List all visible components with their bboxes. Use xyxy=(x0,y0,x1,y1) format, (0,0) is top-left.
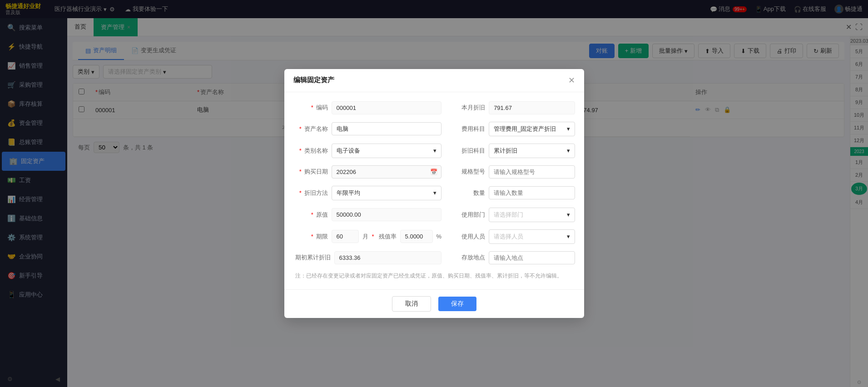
spec-input[interactable] xyxy=(489,165,575,179)
purchase-date-input[interactable] xyxy=(332,166,427,178)
period-input[interactable] xyxy=(332,230,359,243)
form-item-code: * 编码 xyxy=(295,101,442,114)
modal-body: * 编码 本月折旧 * 资产名称 xyxy=(284,92,584,289)
edit-asset-modal: 编辑固定资产 ✕ * 编码 本月折旧 xyxy=(284,69,584,318)
dept-select[interactable]: 请选择部门 ▾ xyxy=(489,208,575,222)
person-placeholder: 请选择人员 xyxy=(494,233,523,241)
dept-label: 使用部门 xyxy=(452,211,485,219)
purchase-date-label: * 购买日期 xyxy=(295,168,328,176)
location-label: 存放地点 xyxy=(452,253,485,262)
monthly-dep-input xyxy=(489,101,575,114)
modal-title: 编辑固定资产 xyxy=(293,76,334,84)
category-label: * 类别名称 xyxy=(295,147,328,155)
dept-placeholder: 请选择部门 xyxy=(494,211,523,219)
dep-method-select[interactable]: 年限平均 ▾ xyxy=(332,186,442,200)
dep-method-value: 年限平均 xyxy=(337,189,360,197)
asset-name-input[interactable] xyxy=(332,122,442,135)
calendar-icon[interactable]: 📅 xyxy=(427,169,441,175)
residual-rate-unit: % xyxy=(436,233,442,240)
quantity-input[interactable] xyxy=(489,186,575,199)
opening-dep-label: 期初累计折旧 xyxy=(295,253,331,262)
expense-account-select[interactable]: 管理费用_固定资产折旧 ▾ xyxy=(489,122,575,136)
expense-account-value: 管理费用_固定资产折旧 xyxy=(494,125,556,133)
dep-account-select[interactable]: 累计折旧 ▾ xyxy=(489,144,575,158)
chevron-down-icon: ▾ xyxy=(567,233,570,240)
original-value-input[interactable] xyxy=(332,208,442,221)
form-item-dept: 使用部门 请选择部门 ▾ xyxy=(452,208,575,222)
code-label: * 编码 xyxy=(295,104,328,112)
dep-account-value: 累计折旧 xyxy=(494,147,517,155)
chevron-down-icon: ▾ xyxy=(567,211,570,218)
period-unit-label: 月 xyxy=(362,233,368,241)
spec-label: 规格型号 xyxy=(452,168,485,176)
dep-account-label: 折旧科目 xyxy=(452,147,485,155)
form-item-original-value: * 原值 xyxy=(295,208,442,222)
monthly-dep-label: 本月折旧 xyxy=(452,104,485,112)
form-item-person: 使用人员 请选择人员 ▾ xyxy=(452,229,575,244)
form-item-dep-method: * 折旧方法 年限平均 ▾ xyxy=(295,186,442,200)
modal-overlay: 编辑固定资产 ✕ * 编码 本月折旧 xyxy=(0,0,868,387)
opening-dep-input[interactable] xyxy=(334,251,442,264)
form-item-location: 存放地点 xyxy=(452,251,575,264)
dep-method-label: * 折旧方法 xyxy=(295,189,328,197)
form-item-monthly-dep: 本月折旧 xyxy=(452,101,575,114)
person-select[interactable]: 请选择人员 ▾ xyxy=(489,229,575,244)
category-select[interactable]: 电子设备 ▾ xyxy=(332,144,442,158)
modal-close-icon[interactable]: ✕ xyxy=(568,75,575,85)
asset-name-label: * 资产名称 xyxy=(295,125,328,133)
original-value-label: * 原值 xyxy=(295,211,328,219)
cancel-button[interactable]: 取消 xyxy=(392,296,431,312)
form-item-opening-dep: 期初累计折旧 xyxy=(295,251,442,264)
form-item-expense-account: 费用科目 管理费用_固定资产折旧 ▾ xyxy=(452,122,575,136)
expense-account-label: 费用科目 xyxy=(452,125,485,133)
modal-note: 注：已经存在变更记录或者对应固定资产已经生成凭证，原值、购买日期、残值率、累计折… xyxy=(295,272,573,280)
modal-footer: 取消 保存 xyxy=(284,289,584,318)
period-label: * 期限 xyxy=(295,233,328,241)
modal-header: 编辑固定资产 ✕ xyxy=(284,69,584,92)
form-item-asset-name: * 资产名称 xyxy=(295,122,442,136)
form-item-category: * 类别名称 电子设备 ▾ xyxy=(295,144,442,158)
location-input[interactable] xyxy=(489,251,575,264)
chevron-down-icon: ▾ xyxy=(433,147,436,154)
form-grid: * 编码 本月折旧 * 资产名称 xyxy=(295,101,573,264)
residual-rate-input[interactable] xyxy=(400,230,433,243)
chevron-down-icon: ▾ xyxy=(567,125,570,132)
form-item-quantity: 数量 xyxy=(452,186,575,200)
category-value: 电子设备 xyxy=(337,147,360,155)
form-item-dep-account: 折旧科目 累计折旧 ▾ xyxy=(452,144,575,158)
chevron-down-icon: ▾ xyxy=(567,147,570,154)
code-input[interactable] xyxy=(332,101,442,114)
quantity-label: 数量 xyxy=(452,189,485,197)
form-item-spec: 规格型号 xyxy=(452,165,575,179)
residual-rate-label: 残值率 xyxy=(379,233,397,241)
person-label: 使用人员 xyxy=(452,233,485,241)
chevron-down-icon: ▾ xyxy=(433,189,436,196)
save-button[interactable]: 保存 xyxy=(438,297,476,311)
form-item-purchase-date: * 购买日期 📅 xyxy=(295,165,442,179)
form-item-period: * 期限 月 * 残值率 % xyxy=(295,229,442,244)
